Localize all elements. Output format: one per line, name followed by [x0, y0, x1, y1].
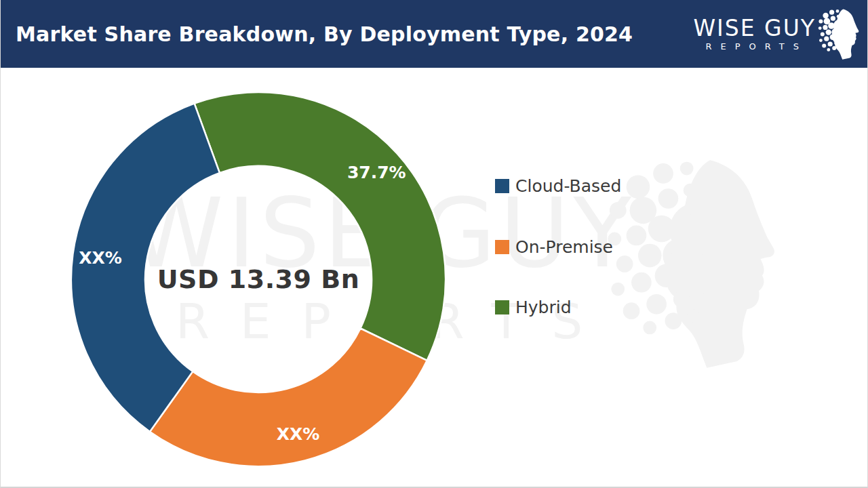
legend-item-on-premise: On-Premise [495, 237, 613, 257]
logo-text: WISE GUY REPORTS [693, 16, 816, 52]
infographic-page: Market Share Breakdown, By Deployment Ty… [0, 0, 868, 488]
legend-label: Cloud-Based [515, 176, 621, 196]
wise-guy-logo: WISE GUY REPORTS [693, 7, 868, 61]
legend-label: Hybrid [515, 298, 572, 317]
legend-label: On-Premise [515, 237, 613, 257]
legend-item-cloud-based: Cloud-Based [495, 176, 621, 196]
head-silhouette-icon [817, 7, 862, 61]
segment-value-label: XX% [79, 248, 122, 268]
chart-title: Market Share Breakdown, By Deployment Ty… [1, 22, 633, 46]
legend-swatch-on-premise [495, 240, 509, 254]
segment-value-label: XX% [277, 424, 320, 444]
logo-wordmark: WISE GUY [693, 16, 816, 41]
legend-item-hybrid: Hybrid [495, 298, 572, 317]
legend-swatch-cloud-based [495, 179, 509, 193]
watermark-head-silhouette-icon [603, 153, 787, 371]
legend-swatch-hybrid [495, 300, 509, 314]
watermark-wordmark: WISE GUY [130, 186, 635, 281]
header-bar: Market Share Breakdown, By Deployment Ty… [1, 0, 868, 68]
logo-sub-wordmark: REPORTS [701, 41, 808, 52]
